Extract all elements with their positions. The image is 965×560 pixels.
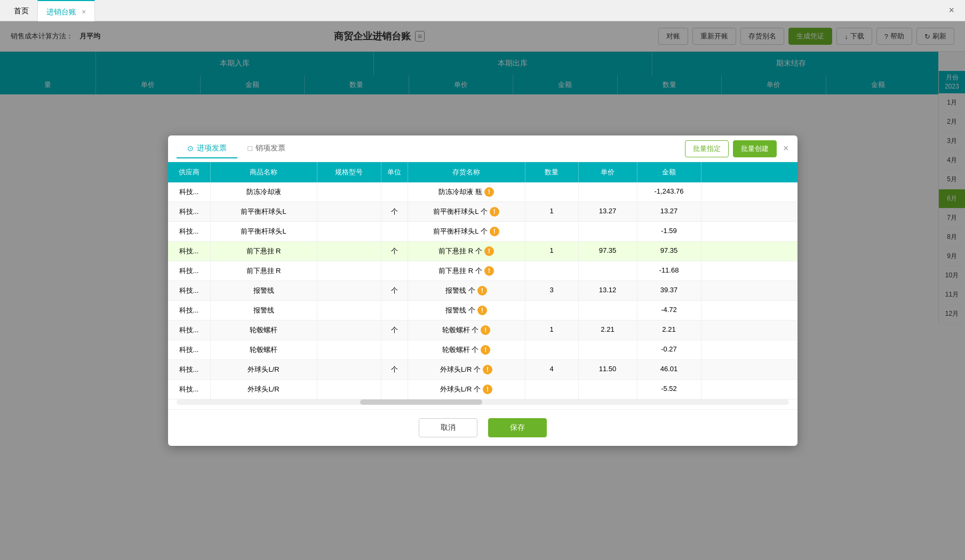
- table-cell: 报警线: [211, 301, 317, 320]
- table-row[interactable]: 科技...外球头L/R个外球头L/R 个!411.5046.01: [168, 360, 797, 380]
- table-cell: [317, 281, 381, 300]
- table-cell: 13.12: [579, 281, 637, 300]
- table-cell: 前平衡杆球头L: [211, 222, 317, 241]
- table-cell: [525, 222, 579, 241]
- table-cell: [525, 261, 579, 281]
- table-cell: [317, 360, 381, 379]
- table-cell: [381, 222, 408, 241]
- table-cell: [525, 340, 579, 359]
- table-cell: 防冻冷却液 瓶!: [408, 182, 525, 202]
- table-cell: 报警线 个!: [408, 301, 525, 320]
- warning-icon: !: [490, 227, 499, 236]
- table-cell: 个: [381, 321, 408, 340]
- table-cell: -4.72: [637, 301, 701, 320]
- table-cell: 防冻冷却液: [211, 182, 317, 202]
- table-cell: 11.50: [579, 360, 637, 379]
- invoice-in-icon: ⊙: [187, 144, 194, 153]
- modal-table: 供应商 商品名称 规格型号 单位 存货名称 数量 单价 金额 科技...防冻冷却…: [168, 162, 797, 399]
- table-cell: 外球头L/R 个!: [408, 360, 525, 379]
- table-row[interactable]: 科技...轮毂螺杆个轮毂螺杆 个!12.212.21: [168, 321, 797, 340]
- table-cell: 科技...: [168, 340, 211, 359]
- modal-table-body: 科技...防冻冷却液防冻冷却液 瓶!-1,243.76科技...前平衡杆球头L个…: [168, 182, 797, 399]
- table-cell: 46.01: [637, 360, 701, 379]
- table-cell: 个: [381, 202, 408, 221]
- tab-bar: 首页 进销台账 × ×: [0, 0, 965, 21]
- table-cell: 科技...: [168, 360, 211, 379]
- table-cell: 97.35: [579, 242, 637, 261]
- table-cell: 轮毂螺杆: [211, 321, 317, 340]
- btn-cancel[interactable]: 取消: [419, 418, 477, 437]
- table-cell: [579, 182, 637, 202]
- table-cell: 前下悬挂 R: [211, 242, 317, 261]
- table-cell: 前平衡杆球头L 个!: [408, 222, 525, 241]
- table-row[interactable]: 科技...前平衡杆球头L个前平衡杆球头L 个!113.2713.27: [168, 202, 797, 222]
- modal-tab-inbound[interactable]: ⊙ 进项发票: [177, 139, 237, 158]
- modal-tab-outbound[interactable]: □ 销项发票: [237, 139, 296, 158]
- warning-icon: !: [481, 325, 490, 335]
- table-cell: [381, 261, 408, 281]
- table-cell: 轮毂螺杆 个!: [408, 321, 525, 340]
- table-cell: 科技...: [168, 242, 211, 261]
- table-cell: [381, 301, 408, 320]
- modal-scrollbar[interactable]: [177, 399, 789, 405]
- table-cell: 13.27: [637, 202, 701, 221]
- warning-icon: !: [484, 246, 494, 256]
- modal-tabs: ⊙ 进项发票 □ 销项发票: [177, 139, 296, 158]
- table-cell: -1.59: [637, 222, 701, 241]
- table-cell: -11.68: [637, 261, 701, 281]
- table-cell: 个: [381, 360, 408, 379]
- tab-home[interactable]: 首页: [5, 0, 37, 21]
- table-row[interactable]: 科技...外球头L/R外球头L/R 个!-5.52: [168, 380, 797, 399]
- table-cell: 2.21: [637, 321, 701, 340]
- tab-ledger[interactable]: 进销台账 ×: [37, 0, 95, 21]
- table-cell: -5.52: [637, 380, 701, 399]
- table-cell: [525, 182, 579, 202]
- table-cell: 前下悬挂 R 个!: [408, 242, 525, 261]
- th-unit: 单位: [381, 162, 408, 182]
- modal-dialog: ⊙ 进项发票 □ 销项发票 批量指定 批量创建 × 供应商: [168, 135, 797, 446]
- table-cell: 科技...: [168, 380, 211, 399]
- table-row[interactable]: 科技...报警线个报警线 个!313.1239.37: [168, 281, 797, 301]
- table-cell: 前平衡杆球头L 个!: [408, 202, 525, 221]
- modal-header-actions: 批量指定 批量创建: [685, 140, 777, 157]
- table-cell: [579, 222, 637, 241]
- modal-footer: 取消 保存: [168, 409, 797, 446]
- table-cell: 科技...: [168, 222, 211, 241]
- th-price: 单价: [579, 162, 637, 182]
- table-row[interactable]: 科技...前下悬挂 R前下悬挂 R 个!-11.68: [168, 261, 797, 281]
- modal-scrollbar-thumb[interactable]: [360, 399, 483, 405]
- window-close-button[interactable]: ×: [943, 5, 960, 16]
- table-cell: [579, 261, 637, 281]
- table-cell: [579, 340, 637, 359]
- th-qty: 数量: [525, 162, 579, 182]
- btn-save[interactable]: 保存: [488, 418, 547, 437]
- table-cell: [317, 380, 381, 399]
- th-supplier: 供应商: [168, 162, 211, 182]
- table-row[interactable]: 科技...防冻冷却液防冻冷却液 瓶!-1,243.76: [168, 182, 797, 202]
- table-row[interactable]: 科技...报警线报警线 个!-4.72: [168, 301, 797, 321]
- th-amount: 金额: [637, 162, 701, 182]
- tab-close-icon[interactable]: ×: [82, 7, 86, 16]
- table-cell: -0.27: [637, 340, 701, 359]
- modal-close-button[interactable]: ×: [783, 143, 789, 154]
- btn-batch-create[interactable]: 批量创建: [733, 140, 777, 157]
- modal-overlay: ⊙ 进项发票 □ 销项发票 批量指定 批量创建 × 供应商: [0, 21, 965, 560]
- table-cell: 报警线 个!: [408, 281, 525, 300]
- table-cell: 97.35: [637, 242, 701, 261]
- table-cell: [381, 182, 408, 202]
- table-cell: [525, 301, 579, 320]
- table-cell: [525, 380, 579, 399]
- table-row[interactable]: 科技...前下悬挂 R个前下悬挂 R 个!197.3597.35: [168, 242, 797, 261]
- table-row[interactable]: 科技...轮毂螺杆轮毂螺杆 个!-0.27: [168, 340, 797, 360]
- table-cell: 个: [381, 242, 408, 261]
- warning-icon: !: [481, 345, 490, 355]
- table-cell: 前下悬挂 R: [211, 261, 317, 281]
- table-cell: 科技...: [168, 202, 211, 221]
- table-cell: [317, 261, 381, 281]
- table-row[interactable]: 科技...前平衡杆球头L前平衡杆球头L 个!-1.59: [168, 222, 797, 242]
- warning-icon: !: [484, 187, 494, 197]
- table-cell: 13.27: [579, 202, 637, 221]
- btn-batch-assign[interactable]: 批量指定: [685, 140, 729, 157]
- table-cell: 轮毂螺杆 个!: [408, 340, 525, 359]
- table-cell: [317, 301, 381, 320]
